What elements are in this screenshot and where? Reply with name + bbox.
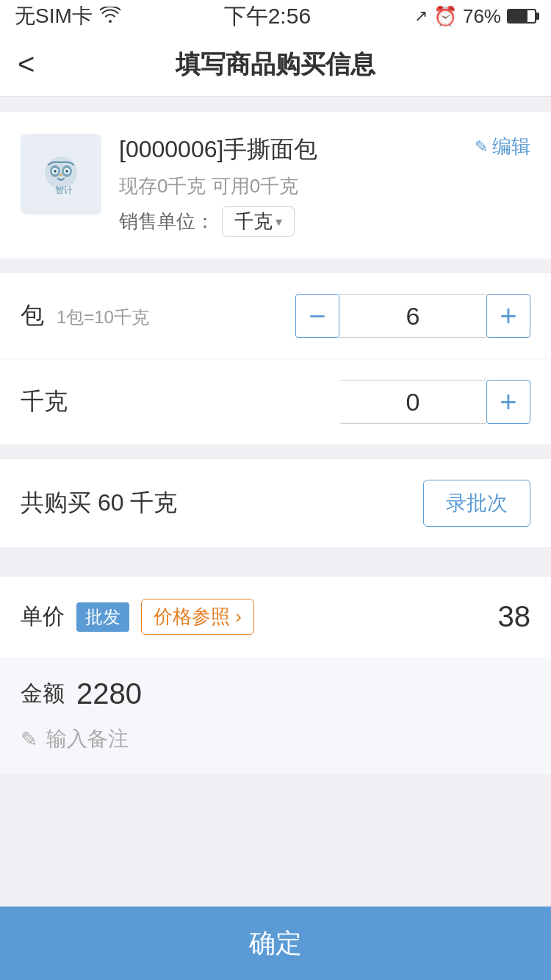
svg-text:智计: 智计 [55,185,73,195]
bao-qty-control: − + [295,294,530,338]
price-row: 单价 批发 价格参照 › 38 [0,577,551,657]
amount-row: 金额 2280 [21,677,530,710]
location-icon: ↗ [414,7,428,26]
bao-row: 包 1包=10千克 − + [0,273,551,359]
section-gap-2 [0,444,551,459]
product-unit-row: 销售单位： 千克 ▾ [119,206,530,237]
record-batch-button[interactable]: 录批次 [423,480,530,527]
unit-selector[interactable]: 千克 ▾ [222,206,295,237]
bao-decrement-button[interactable]: − [295,294,339,338]
product-stock: 现存0千克 可用0千克 [119,173,530,199]
status-right: ↗ ⏰ 76% [414,5,536,28]
product-info: [0000006]手撕面包 现存0千克 可用0千克 销售单位： 千克 ▾ [119,134,530,237]
svg-point-6 [65,170,68,173]
battery-label: 76% [463,5,501,28]
page-title: 填写商品购买信息 [176,48,375,82]
summary-row: 共购买 60 千克 录批次 [0,459,551,547]
edit-label: 编辑 [492,134,530,159]
status-time: 下午2:56 [224,1,311,32]
input-section: 包 1包=10千克 − + 千克 + [0,273,551,444]
unit-value: 千克 [234,209,273,234]
edit-button[interactable]: ✎ 编辑 [475,134,530,159]
bao-label: 包 1包=10千克 [21,300,281,332]
kg-label: 千克 [21,386,325,418]
unit-label: 销售单位： [119,209,215,234]
price-tag: 批发 [76,602,129,632]
remark-placeholder: 输入备注 [46,725,129,753]
product-name: [0000006]手撕面包 [119,134,530,166]
battery-icon [507,9,536,24]
edit-remark-icon: ✎ [21,727,37,752]
product-thumbnail: 智计 [21,134,101,215]
svg-point-5 [54,170,57,173]
alarm-icon: ⏰ [433,5,457,28]
amount-label: 金额 [21,679,65,709]
edit-icon: ✎ [475,137,488,156]
status-bar: 无SIM卡 下午2:56 ↗ ⏰ 76% [0,0,551,32]
bao-increment-button[interactable]: + [486,294,530,338]
kg-row: 千克 + [0,359,551,444]
summary-text: 共购买 60 千克 [21,487,177,519]
svg-point-0 [45,156,77,189]
wifi-icon [100,4,120,28]
remark-row[interactable]: ✎ 输入备注 [21,725,530,774]
section-gap-3 [0,547,551,562]
nav-bar: < 填写商品购买信息 [0,32,551,97]
kg-input[interactable] [339,380,486,424]
price-value: 38 [498,600,531,633]
chevron-down-icon: ▾ [276,214,282,230]
price-ref-button[interactable]: 价格参照 › [141,599,254,635]
back-button[interactable]: < [18,48,35,81]
status-left: 无SIM卡 [15,2,120,30]
price-section: 单价 批发 价格参照 › 38 [0,577,551,657]
carrier-label: 无SIM卡 [15,2,93,30]
product-card: 智计 [0000006]手撕面包 现存0千克 可用0千克 销售单位： 千克 ▾ … [0,112,551,259]
amount-section: 金额 2280 ✎ 输入备注 [0,657,551,774]
confirm-button[interactable]: 确定 [0,907,551,980]
amount-value: 2280 [76,677,142,710]
price-label: 单价 [21,602,65,632]
bao-hint: 1包=10千克 [57,307,149,327]
kg-increment-button[interactable]: + [486,380,530,424]
kg-qty-control: + [339,380,530,424]
section-gap-1 [0,259,551,273]
bao-input[interactable] [339,294,486,338]
